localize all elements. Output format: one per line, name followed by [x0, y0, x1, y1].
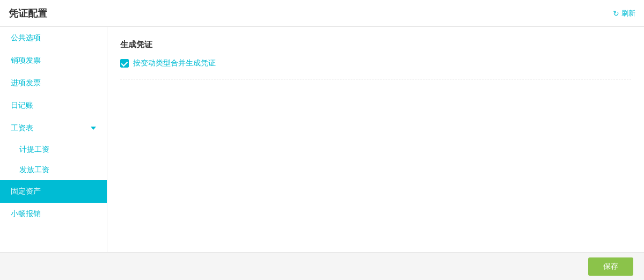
sidebar-item-label: 公共选项 [11, 33, 41, 43]
content-area: 生成凭证 按变动类型合并生成凭证 [107, 27, 644, 252]
merge-voucher-checkbox[interactable] [120, 59, 129, 68]
sidebar: 公共选项 销项发票 进项发票 日记账 工资表 计提工资 发放工资 固定资产 小畅… [0, 27, 107, 252]
sidebar-item-purchase-invoice[interactable]: 进项发票 [0, 72, 107, 94]
merge-voucher-label[interactable]: 按变动类型合并生成凭证 [133, 58, 216, 68]
refresh-label: 刷新 [621, 9, 635, 18]
sidebar-item-public[interactable]: 公共选项 [0, 27, 107, 49]
sidebar-item-label: 进项发票 [11, 78, 41, 88]
refresh-button[interactable]: ↻ 刷新 [613, 9, 635, 18]
chevron-down-icon [91, 127, 96, 130]
sidebar-item-distribute-payroll[interactable]: 发放工资 [0, 160, 107, 180]
sidebar-item-calculate-payroll[interactable]: 计提工资 [0, 139, 107, 160]
sidebar-item-sales-invoice[interactable]: 销项发票 [0, 49, 107, 72]
sidebar-item-label: 日记账 [11, 101, 33, 110]
save-button[interactable]: 保存 [588, 257, 633, 276]
sidebar-item-label: 固定资产 [11, 187, 41, 196]
header: 凭证配置 ↻ 刷新 [0, 0, 644, 27]
main-content: 公共选项 销项发票 进项发票 日记账 工资表 计提工资 发放工资 固定资产 小畅… [0, 27, 644, 252]
sidebar-item-fixed-assets[interactable]: 固定资产 [0, 180, 107, 203]
sidebar-item-label: 小畅报销 [11, 209, 41, 219]
sidebar-item-label: 发放工资 [19, 165, 49, 174]
sidebar-item-payroll[interactable]: 工资表 [0, 117, 107, 139]
sidebar-item-expense-report[interactable]: 小畅报销 [0, 203, 107, 225]
sidebar-item-label: 销项发票 [11, 56, 41, 65]
section-divider [120, 79, 631, 79]
sidebar-item-label: 计提工资 [19, 145, 49, 153]
checkbox-row: 按变动类型合并生成凭证 [120, 58, 631, 68]
sidebar-item-journal[interactable]: 日记账 [0, 94, 107, 117]
page-title: 凭证配置 [9, 7, 47, 20]
sidebar-item-label: 工资表 [11, 123, 33, 133]
footer: 保存 [0, 252, 644, 280]
refresh-icon: ↻ [613, 9, 619, 18]
section-title: 生成凭证 [120, 40, 631, 50]
